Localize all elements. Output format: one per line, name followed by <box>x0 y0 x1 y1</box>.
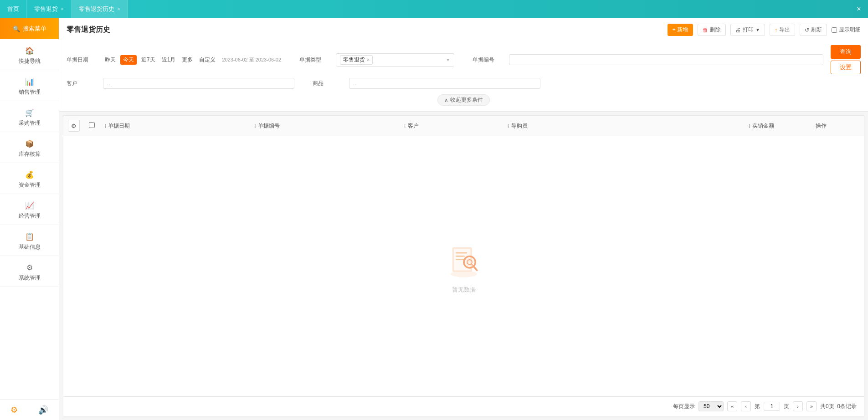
select-all-checkbox[interactable] <box>89 122 95 128</box>
pagination: 每页显示 20 50 100 « ‹ 第 页 › » 共0页, 0条记录 <box>63 396 864 416</box>
collapse-row: ∧ 收起更多条件 <box>67 92 861 108</box>
refresh-icon: ↺ <box>805 27 809 33</box>
print-button[interactable]: 🖨 打印 ▼ <box>730 24 765 36</box>
sidebar-item-sales-label: 销售管理 <box>19 88 41 96</box>
search-icon: 🔍 <box>13 26 20 32</box>
th-guide: ↕ 导购员 <box>502 116 629 136</box>
th-action: 操作 <box>779 116 864 136</box>
page-size-label: 每页显示 <box>673 403 695 410</box>
collapse-button[interactable]: ∧ 收起更多条件 <box>437 94 490 106</box>
basic-info-icon: 📋 <box>25 231 35 241</box>
svg-line-8 <box>473 266 477 270</box>
customer-filter-label: 客户 <box>67 80 103 87</box>
type-filter-label: 单据类型 <box>299 56 336 64</box>
print-icon: 🖨 <box>735 27 741 33</box>
date-opt-7days[interactable]: 近7天 <box>139 55 157 65</box>
sidebar-item-inventory[interactable]: 📦 库存核算 <box>0 132 59 163</box>
th-date: ↕ 单据日期 <box>99 116 249 136</box>
export-button[interactable]: ↑ 导出 <box>770 24 795 36</box>
empty-state: 暂无数据 <box>63 136 864 396</box>
page-number-input[interactable] <box>764 402 780 411</box>
tab-retail-return-history[interactable]: 零售退货历史 × <box>72 0 128 18</box>
sidebar-item-quick-nav[interactable]: 🏠 快捷导航 <box>0 39 59 70</box>
show-detail-checkbox[interactable] <box>832 27 837 33</box>
type-filter-input[interactable]: 零售退货 × ▼ <box>336 53 454 67</box>
date-opt-more[interactable]: 更多 <box>180 55 195 65</box>
settings-button[interactable]: 设置 <box>831 61 861 74</box>
tab-home[interactable]: + 新增 首页 <box>0 0 27 18</box>
column-settings-button[interactable]: ⚙ <box>68 120 80 132</box>
goods-filter-input[interactable]: ... <box>349 78 540 89</box>
th-settings: ⚙ <box>63 116 84 136</box>
system-icon: ⚙ <box>25 262 35 272</box>
tab-bar: + 新增 首页 零售退货 × 零售退货历史 × <box>0 0 850 18</box>
sidebar-nav: 🏠 快捷导航 📊 销售管理 🛒 采购管理 📦 库存核算 💰 资金管理 📈 <box>0 39 59 399</box>
svg-rect-4 <box>456 256 465 257</box>
operations-icon: 📈 <box>25 200 35 210</box>
finance-icon: 💰 <box>25 169 35 179</box>
empty-text: 暂无数据 <box>452 286 476 294</box>
prev-page-button[interactable]: ‹ <box>741 401 751 411</box>
inventory-icon: 📦 <box>25 138 35 149</box>
date-options: 昨天 今天 近7天 近1月 更多 自定义 2023-06-02 至 2023-0… <box>103 55 281 65</box>
customer-filter-input[interactable]: ... <box>103 78 294 89</box>
query-button[interactable]: 查询 <box>831 45 861 59</box>
date-opt-yesterday[interactable]: 昨天 <box>103 55 118 65</box>
sidebar-item-system[interactable]: ⚙ 系统管理 <box>0 256 59 287</box>
sidebar-item-finance-label: 资金管理 <box>19 181 41 189</box>
toolbar: + 新增 🗑 删除 🖨 打印 ▼ ↑ 导出 ↺ <box>668 24 861 36</box>
date-filter-label: 单据日期 <box>67 56 103 64</box>
export-icon: ↑ <box>775 27 777 33</box>
date-opt-1month[interactable]: 近1月 <box>160 55 178 65</box>
th-amount: ↕ 实销金额 <box>629 116 779 136</box>
show-detail-label[interactable]: 显示明细 <box>832 26 861 34</box>
type-tag: 零售退货 × <box>340 55 373 65</box>
empty-illustration <box>443 239 484 280</box>
page-label-post: 页 <box>784 403 789 410</box>
sidebar-item-operations[interactable]: 📈 经营管理 <box>0 194 59 225</box>
type-tag-close[interactable]: × <box>367 57 370 62</box>
sales-icon: 📊 <box>25 77 35 87</box>
purchase-icon: 🛒 <box>25 108 35 118</box>
settings-bottom-icon[interactable]: ⚙ <box>10 405 18 415</box>
page-size-select[interactable]: 20 50 100 <box>699 401 724 411</box>
svg-rect-3 <box>456 252 467 253</box>
last-page-button[interactable]: » <box>806 401 817 411</box>
volume-icon[interactable]: 🔊 <box>38 405 48 415</box>
sidebar-item-basic-info-label: 基础信息 <box>19 243 41 251</box>
refresh-button[interactable]: ↺ 刷新 <box>800 24 827 36</box>
docnum-filter-input[interactable] <box>509 54 823 65</box>
sidebar-item-sales[interactable]: 📊 销售管理 <box>0 70 59 101</box>
delete-button[interactable]: 🗑 删除 <box>698 24 726 36</box>
sidebar-bottom: ⚙ 🔊 <box>0 399 59 420</box>
sidebar: 🔍 搜索菜单 🏠 快捷导航 📊 销售管理 🛒 采购管理 📦 库存核算 💰 <box>0 18 59 420</box>
docnum-filter-label: 单据编号 <box>473 56 509 64</box>
print-dropdown-icon: ▼ <box>755 27 760 32</box>
window-close-button[interactable]: × <box>850 0 868 18</box>
add-button[interactable]: + 新增 <box>668 24 693 36</box>
sidebar-search[interactable]: 🔍 搜索菜单 <box>0 18 59 39</box>
sidebar-item-finance[interactable]: 💰 资金管理 <box>0 163 59 194</box>
next-page-button[interactable]: › <box>793 401 803 411</box>
top-bar: + 新增 首页 零售退货 × 零售退货历史 × × <box>0 0 868 18</box>
content-area: 零售退货历史 + 新增 🗑 删除 🖨 打印 ▼ ↑ 导出 <box>59 18 868 420</box>
sidebar-item-purchase[interactable]: 🛒 采购管理 <box>0 101 59 132</box>
date-opt-custom[interactable]: 自定义 <box>197 55 217 65</box>
tab-retail-return-history-close[interactable]: × <box>117 6 120 12</box>
sidebar-item-basic-info[interactable]: 📋 基础信息 <box>0 225 59 256</box>
tab-retail-return[interactable]: 零售退货 × <box>27 0 72 18</box>
first-page-button[interactable]: « <box>727 401 737 411</box>
th-customer: ↕ 客户 <box>399 116 503 136</box>
total-label: 共0页, 0条记录 <box>820 403 857 410</box>
page-header: 零售退货历史 + 新增 🗑 删除 🖨 打印 ▼ ↑ 导出 <box>59 18 868 112</box>
delete-icon: 🗑 <box>703 27 708 33</box>
tab-retail-return-close[interactable]: × <box>61 6 64 12</box>
th-num: ↕ 单据编号 <box>249 116 399 136</box>
table-header-row: ⚙ ↕ 单据日期 ↕ 单据编号 ↕ 客户 <box>63 116 864 136</box>
sidebar-item-quick-nav-label: 快捷导航 <box>19 57 41 65</box>
date-opt-today[interactable]: 今天 <box>120 55 137 65</box>
page-title: 零售退货历史 <box>67 25 110 35</box>
sidebar-item-system-label: 系统管理 <box>19 274 41 282</box>
main-layout: 🔍 搜索菜单 🏠 快捷导航 📊 销售管理 🛒 采购管理 📦 库存核算 💰 <box>0 18 868 420</box>
sidebar-search-label: 搜索菜单 <box>23 25 46 33</box>
